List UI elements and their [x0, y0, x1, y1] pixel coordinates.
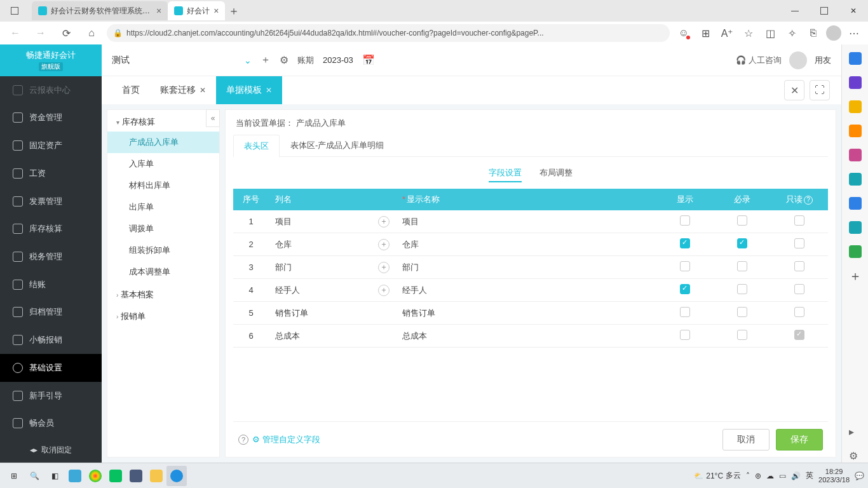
task-app-icon[interactable]	[65, 466, 85, 486]
more-icon[interactable]: ⋯	[845, 24, 863, 42]
close-icon[interactable]: ×	[156, 6, 161, 16]
notifications-icon[interactable]: 💬	[855, 471, 864, 480]
tree-leaf[interactable]: 成本调整单	[107, 261, 219, 283]
task-app-icon[interactable]	[166, 466, 187, 486]
forward-button[interactable]: →	[31, 23, 51, 43]
favorite-icon[interactable]: ☆	[740, 24, 757, 42]
close-icon[interactable]: ✕	[200, 86, 206, 95]
maximize-button[interactable]	[810, 0, 839, 22]
edge-tool-icon[interactable]	[849, 173, 862, 186]
tree-group-inventory[interactable]: ▾库存核算	[107, 110, 219, 132]
subtab-body[interactable]: 表体区-产成品入库单明细	[280, 134, 395, 156]
tree-leaf[interactable]: 调拨单	[107, 218, 219, 240]
cell-display[interactable]: 经手人	[396, 279, 656, 302]
save-button[interactable]: 保存	[776, 429, 823, 451]
required-checkbox[interactable]	[737, 284, 747, 294]
readonly-checkbox[interactable]	[794, 215, 804, 226]
taskview-button[interactable]: ◧	[44, 466, 65, 486]
ime-indicator[interactable]: 英	[806, 470, 813, 481]
show-checkbox[interactable]	[680, 238, 690, 248]
task-app-icon[interactable]	[85, 466, 105, 486]
tree-leaf[interactable]: 入库单	[107, 153, 219, 175]
readonly-checkbox[interactable]	[794, 261, 804, 271]
help-icon[interactable]: ?	[804, 196, 813, 205]
show-checkbox[interactable]	[680, 261, 690, 271]
tree-leaf[interactable]: 组装拆卸单	[107, 240, 219, 261]
sidebar-item-settings[interactable]: 基础设置	[0, 354, 102, 382]
show-checkbox[interactable]	[680, 215, 690, 226]
tree-leaf[interactable]: 产成品入库单	[107, 132, 219, 153]
browser-tab[interactable]: 好会计 ×	[168, 1, 225, 20]
required-checkbox[interactable]	[737, 261, 747, 271]
consult-button[interactable]: 🎧人工咨询	[736, 55, 782, 66]
sidebar-item-report-center[interactable]: 云报表中心	[0, 76, 102, 104]
add-field-button[interactable]: ＋	[378, 262, 390, 273]
cell-display[interactable]: 仓库	[396, 233, 656, 256]
sidebar-item-member[interactable]: 畅会员	[0, 410, 102, 438]
sidebar-item-expense[interactable]: 小畅报销	[0, 326, 102, 354]
weather-widget[interactable]: ⛅ 21°C 多云	[694, 470, 741, 481]
required-checkbox[interactable]	[737, 215, 747, 226]
required-checkbox[interactable]	[737, 330, 747, 340]
volume-icon[interactable]: 🔊	[791, 471, 801, 480]
profile-icon[interactable]	[826, 25, 841, 41]
mode-layout[interactable]: 布局调整	[539, 167, 573, 182]
edge-tool-icon[interactable]	[849, 221, 862, 234]
cell-display[interactable]: 总成本	[396, 325, 656, 348]
edge-tool-icon[interactable]	[849, 100, 862, 113]
show-checkbox[interactable]	[680, 307, 690, 317]
fullscreen-button[interactable]: ⛶	[810, 80, 830, 100]
tree-group-archives[interactable]: ›基本档案	[107, 283, 219, 304]
sidebar-item-funds[interactable]: 资金管理	[0, 104, 102, 132]
browser-tab[interactable]: 好会计云财务软件管理系统_会计... ×	[32, 1, 168, 20]
show-checkbox[interactable]	[680, 284, 690, 294]
add-field-button[interactable]: ＋	[378, 216, 390, 227]
minimize-button[interactable]: —	[780, 0, 810, 22]
close-icon[interactable]: ✕	[266, 86, 272, 95]
sidebar-item-guide[interactable]: 新手引导	[0, 382, 102, 410]
search-button[interactable]: 🔍	[24, 466, 44, 486]
edge-tool-icon[interactable]	[849, 245, 862, 258]
cell-display[interactable]: 项目	[396, 210, 656, 233]
tab-overview-icon[interactable]	[0, 0, 29, 22]
edge-tool-icon[interactable]	[849, 52, 862, 65]
collapse-panel-button[interactable]: «	[206, 109, 220, 127]
url-field[interactable]: 🔒 https://cloud2.chanjet.com/accounting/…	[107, 24, 670, 42]
close-button[interactable]: ✕	[839, 0, 868, 22]
edge-add-icon[interactable]: ＋	[849, 269, 862, 282]
cell-display[interactable]: 销售订单	[396, 302, 656, 325]
edge-tool-icon[interactable]	[849, 76, 862, 89]
sidebar-item-salary[interactable]: 工资	[0, 159, 102, 187]
help-icon[interactable]: ?	[238, 435, 248, 445]
notification-icon[interactable]: ☺	[675, 24, 693, 42]
task-app-icon[interactable]	[146, 466, 166, 486]
required-checkbox[interactable]	[737, 238, 747, 248]
sidebar-item-invoice[interactable]: 发票管理	[0, 187, 102, 215]
required-checkbox[interactable]	[737, 307, 747, 317]
tray-chevron-icon[interactable]: ˄	[746, 471, 750, 480]
task-app-icon[interactable]	[105, 466, 126, 486]
edge-settings-icon[interactable]: ⚙	[849, 450, 862, 463]
close-all-button[interactable]: ✕	[784, 80, 804, 100]
settings-icon[interactable]: ⚙	[280, 54, 288, 66]
manage-custom-fields-link[interactable]: ⚙ 管理自定义字段	[252, 434, 320, 445]
edge-tool-icon[interactable]	[849, 197, 862, 210]
calendar-icon[interactable]: 📅	[362, 54, 375, 66]
close-icon[interactable]: ×	[214, 6, 219, 16]
readonly-checkbox[interactable]	[794, 284, 804, 294]
tree-leaf[interactable]: 材料出库单	[107, 175, 219, 196]
new-tab-button[interactable]: ＋	[225, 3, 243, 18]
sidebar-item-tax[interactable]: 税务管理	[0, 243, 102, 271]
tree-leaf[interactable]: 出库单	[107, 196, 219, 218]
add-field-button[interactable]: ＋	[378, 285, 390, 296]
edge-collapse-icon[interactable]: ▸	[849, 426, 862, 438]
tree-group-expense[interactable]: ›报销单	[107, 304, 219, 326]
refresh-button[interactable]: ⟳	[56, 23, 76, 43]
task-app-icon[interactable]	[126, 466, 146, 486]
sidebar-item-inventory[interactable]: 库存核算	[0, 215, 102, 243]
battery-icon[interactable]: ▭	[779, 471, 786, 480]
sidebar-item-closing[interactable]: 结账	[0, 271, 102, 299]
cell-display[interactable]: 部门	[396, 256, 656, 279]
sidebar-item-fixed-assets[interactable]: 固定资产	[0, 132, 102, 159]
home-button[interactable]: ⌂	[81, 23, 102, 43]
